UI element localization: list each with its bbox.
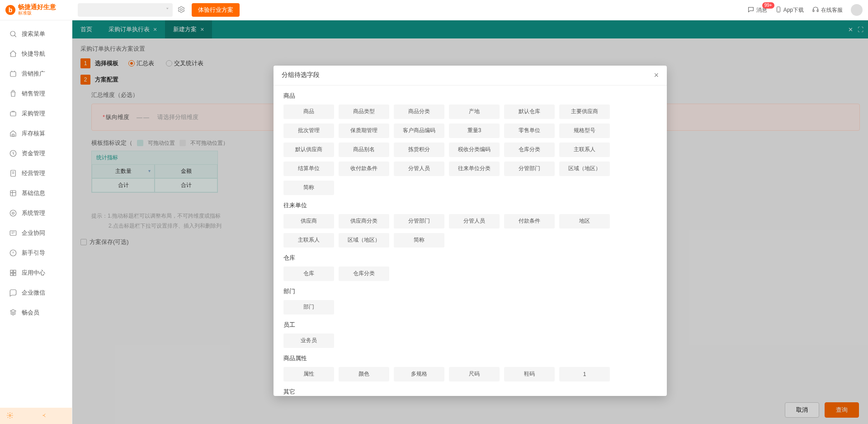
field-chip[interactable]: 产地 (449, 105, 500, 119)
messages-link[interactable]: 消息 99+ (747, 6, 767, 14)
field-chip[interactable]: 批次管理 (283, 124, 334, 138)
sidebar-item-label: 资金管理 (22, 149, 45, 157)
sidebar-item[interactable]: 基础信息 (0, 183, 72, 203)
field-chip[interactable]: 结算单位 (283, 162, 334, 176)
sidebar-item[interactable]: 销售管理 (0, 84, 72, 104)
field-chip[interactable]: 简称 (394, 233, 444, 248)
field-chip[interactable]: 仓库分类 (504, 143, 555, 157)
svg-rect-19 (10, 231, 16, 236)
sidebar-item[interactable]: 应用中心 (0, 263, 72, 283)
svg-point-25 (9, 414, 11, 416)
sidebar-item[interactable]: 经营管理 (0, 163, 72, 183)
field-group-title: 商品属性 (283, 354, 661, 362)
field-chip[interactable]: 税收分类编码 (449, 143, 500, 157)
field-chip[interactable]: 部门 (283, 300, 334, 314)
field-chip[interactable]: 多规格 (394, 367, 444, 381)
field-chip[interactable]: 分管人员 (449, 214, 500, 229)
field-chip[interactable]: 分管部门 (504, 162, 555, 176)
online-service-link[interactable]: 在线客服 (812, 6, 843, 14)
sidebar-item[interactable]: 企业协同 (0, 223, 72, 243)
sidebar-item-label: 营销推广 (22, 70, 45, 78)
field-chip[interactable]: 客户商品编码 (394, 124, 444, 138)
field-group: 仓库仓库仓库分类 (283, 254, 661, 281)
sidebar-item[interactable]: 资金管理 (0, 143, 72, 163)
field-group-title: 员工 (283, 321, 661, 329)
field-chip[interactable]: 零售单位 (504, 124, 555, 138)
sidebar-item-icon (9, 289, 17, 297)
avatar[interactable] (851, 4, 863, 16)
field-chip[interactable]: 颜色 (339, 367, 389, 381)
sidebar-item[interactable]: 快捷导航 (0, 44, 72, 64)
field-chip[interactable]: 收付款条件 (339, 162, 389, 176)
svg-rect-21 (10, 270, 13, 272)
sidebar-item-label: 系统管理 (22, 209, 45, 217)
field-chip[interactable]: 往来单位分类 (449, 162, 500, 176)
sidebar-item-icon (9, 149, 17, 157)
sidebar-item[interactable]: 系统管理 (0, 203, 72, 223)
field-chip[interactable]: 商品 (283, 105, 334, 119)
online-service-label: 在线客服 (821, 6, 843, 14)
sidebar-item[interactable]: 采购管理 (0, 104, 72, 124)
field-chip[interactable]: 保质期管理 (339, 124, 389, 138)
app-download-link[interactable]: App下载 (775, 6, 804, 14)
field-chip[interactable]: 重量3 (449, 124, 500, 138)
svg-rect-14 (10, 191, 16, 196)
sidebar-item-label: 快捷导航 (22, 50, 45, 58)
field-chip[interactable]: 主联系人 (283, 233, 334, 248)
sidebar-item-icon (9, 269, 17, 277)
field-chip[interactable]: 付款条件 (504, 214, 555, 229)
field-chip[interactable]: 拣货积分 (394, 143, 444, 157)
field-chip[interactable]: 尺码 (449, 367, 500, 381)
field-group-title: 部门 (283, 287, 661, 295)
sidebar-item[interactable]: 新手引导 (0, 243, 72, 263)
close-icon[interactable]: × (654, 71, 659, 80)
field-chip[interactable]: 默认供应商 (283, 143, 334, 157)
collapse-icon[interactable] (41, 412, 49, 420)
gear-icon[interactable] (177, 5, 185, 15)
field-chip[interactable]: 仓库分类 (339, 267, 389, 281)
sidebar-item-icon (9, 30, 17, 38)
field-chip[interactable]: 地区 (559, 214, 610, 229)
field-group-title: 商品 (283, 92, 661, 100)
field-chip[interactable]: 主要供应商 (559, 105, 610, 119)
svg-rect-8 (10, 112, 16, 116)
sidebar-item[interactable]: 企业微信 (0, 283, 72, 303)
sidebar-item-icon (9, 90, 17, 98)
field-chip[interactable]: 默认仓库 (504, 105, 555, 119)
brand-text: 畅捷通好生意 (18, 4, 56, 10)
field-group-title: 往来单位 (283, 201, 661, 210)
field-chip[interactable]: 属性 (283, 367, 334, 381)
field-chip[interactable]: 供应商 (283, 214, 334, 229)
sidebar-item[interactable]: 搜索菜单 (0, 24, 72, 44)
field-chip[interactable]: 商品分类 (394, 105, 444, 119)
field-chip[interactable]: 仓库 (283, 267, 334, 281)
sidebar-item[interactable]: 营销推广 (0, 64, 72, 84)
svg-rect-22 (14, 270, 16, 272)
field-chip[interactable]: 主联系人 (559, 143, 610, 157)
field-chip[interactable]: 简称 (283, 181, 334, 195)
field-chip[interactable]: 区域（地区） (339, 233, 389, 248)
modal-mask[interactable]: 分组待选字段 × 商品商品商品类型商品分类产地默认仓库主要供应商批次管理保质期管… (72, 20, 868, 424)
settings-icon[interactable] (6, 412, 14, 420)
sidebar-item[interactable]: 畅会员 (0, 303, 72, 323)
field-group: 商品商品商品类型商品分类产地默认仓库主要供应商批次管理保质期管理客户商品编码重量… (283, 92, 661, 195)
field-chip[interactable]: 供应商分类 (339, 214, 389, 229)
field-chip[interactable]: 业务员 (283, 333, 334, 348)
brand: b 畅捷通好生意 标准版 (5, 4, 69, 16)
svg-point-17 (12, 212, 14, 214)
field-group-title: 其它 (283, 388, 661, 396)
field-chip[interactable]: 区域（地区） (559, 162, 610, 176)
field-chip[interactable]: 商品类型 (339, 105, 389, 119)
field-chip[interactable]: 商品别名 (339, 143, 389, 157)
field-chip[interactable]: 分管人员 (394, 162, 444, 176)
field-chip[interactable]: 鞋码 (504, 367, 555, 381)
industry-plan-button[interactable]: 体验行业方案 (192, 3, 240, 17)
field-chip[interactable]: 规格型号 (559, 124, 610, 138)
org-select[interactable]: ˅ (78, 3, 173, 17)
modal-header: 分组待选字段 × (274, 66, 667, 86)
sidebar-item[interactable]: 库存核算 (0, 124, 72, 143)
field-chip[interactable]: 1 (559, 367, 610, 381)
sidebar-item-label: 经营管理 (22, 169, 45, 177)
sidebar-item-icon (9, 129, 17, 138)
field-chip[interactable]: 分管部门 (394, 214, 444, 229)
